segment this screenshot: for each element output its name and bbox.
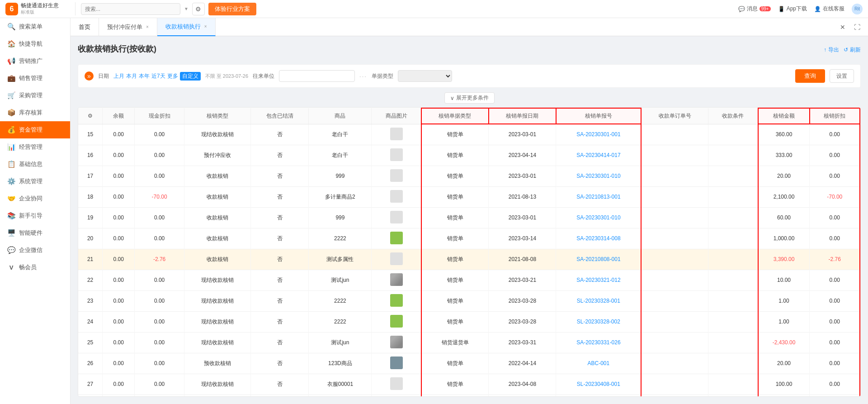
sidebar-item-guide[interactable]: 📚 新手引导 [0,207,70,224]
product-image-placeholder [390,128,403,140]
product-image-placeholder [390,252,403,265]
sidebar-label-operations: 经营管理 [19,143,42,151]
filter-bar: » 日期 上月 本月 本年 近7天 更多 自定义 不限 至 2023-07-26… [78,64,861,88]
table-row: 150.000.00现结收款核销否老白干销货单2023-03-01SA-2023… [78,124,860,145]
message-btn[interactable]: 💬 消息 99+ [738,5,771,13]
refresh-button[interactable]: ↺ 刷新 [844,46,861,54]
doc-type-select[interactable] [398,70,452,82]
table-row: 200.000.00收款核销否2222销货单2023-03-14SA-20230… [78,228,860,249]
quick-nav-icon: 🏠 [7,40,15,48]
page-content: 收款核销执行(按收款) ↑ 导出 ↺ 刷新 » 日期 上月 [71,36,868,404]
logo-text-area: 畅捷通道好生意 标准版 [21,2,59,16]
smart-hw-icon: 🖥️ [7,229,15,237]
date-this-month[interactable]: 本月 [126,72,137,80]
sidebar-item-operations[interactable]: 📊 经营管理 [0,138,70,156]
product-image-placeholder [390,273,403,286]
search-dropdown-icon[interactable]: ▼ [184,6,189,11]
sidebar-item-purchase[interactable]: 🛒 采购管理 [0,87,70,104]
service-icon: 👤 [814,6,821,12]
export-label: 导出 [828,46,839,54]
col-settings-header[interactable]: ⚙ [78,108,103,124]
sidebar-item-sales[interactable]: 💼 销售管理 [0,70,70,87]
product-image-placeholder [390,169,403,182]
table-row: 190.000.00收款核销否999销货单2023-03-01SA-202303… [78,207,860,228]
date-last-7days[interactable]: 近7天 [151,72,165,80]
online-service-btn[interactable]: 👤 在线客服 [814,5,844,13]
export-button[interactable]: ↑ 导出 [824,46,839,54]
sidebar-label-enterprise: 企业协同 [19,195,42,203]
query-button[interactable]: 查询 [795,69,825,83]
gear-icon-btn[interactable]: ⚙ [192,3,205,15]
sidebar-item-fund[interactable]: 💰 资金管理 [0,121,70,138]
col-balance-header: 余额 [103,108,135,124]
product-image-placeholder [390,211,403,223]
sidebar-item-quick-nav[interactable]: 🏠 快捷导航 [0,35,70,52]
tab-receipt-close[interactable]: × [204,24,207,29]
product-image-placeholder [390,148,403,161]
sidebar-item-wechat[interactable]: 💬 企业微信 [0,242,70,259]
app-icon: 📱 [778,6,785,12]
system-icon: ⚙️ [7,177,15,185]
tab-prepay-label: 预付冲应付单 [107,23,142,31]
app-download-btn[interactable]: 📱 App下载 [778,5,807,13]
col-doc-type-header: 核销单据类型 [421,108,489,124]
col-doc-date-header: 核销单报日期 [489,108,556,124]
sidebar-item-basic[interactable]: 📋 基础信息 [0,156,70,173]
top-search-input[interactable] [81,3,180,15]
sidebar-item-inventory[interactable]: 📦 库存核算 [0,104,70,121]
operations-icon: 📊 [7,143,15,151]
trading-partner-label: 往来单位 [253,72,274,80]
refresh-label: 刷新 [850,46,861,54]
product-image-placeholder [390,336,403,348]
user-avatar[interactable]: Rit [852,4,863,14]
sidebar-item-search-menu[interactable]: 🔍 搜索菜单 [0,18,70,35]
date-last-month[interactable]: 上月 [113,72,124,80]
industry-button[interactable]: 体验行业方案 [208,3,256,15]
table-row: 220.000.00现结收款核销否测试jun销货单2023-03-21SA-20… [78,270,860,290]
product-image-placeholder [390,294,403,307]
trading-partner-input[interactable] [279,70,355,82]
page-title: 收款核销执行(按收款) [78,43,156,54]
table-row: 280.000.00现结收款核销否2222销货单2023-04-18SL-202… [78,394,860,397]
tab-prepay-close[interactable]: × [146,24,149,29]
sidebar-item-member[interactable]: V 畅会员 [0,259,70,276]
top-bar: 6 畅捷通道好生意 标准版 ▼ ⚙ 体验行业方案 💬 消息 99+ 📱 App下… [0,0,868,18]
main-content: 首页 预付冲应付单 × 收款核销执行 × ✕ ⛶ 收款核销执行(按收款) ↑ [71,18,868,404]
date-this-year[interactable]: 本年 [139,72,150,80]
col-product-header: 商品 [309,108,372,124]
online-service-label: 在线客服 [823,5,844,13]
action-bar: ↑ 导出 ↺ 刷新 [824,46,861,54]
setting-button[interactable]: 设置 [830,69,854,83]
table-row: 250.000.00现结收款核销否测试jun销货退货单2023-03-31SA-… [78,332,860,353]
product-image-placeholder [390,356,403,369]
sidebar-item-marketing[interactable]: 📢 营销推广 [0,52,70,70]
filter-middle: 往来单位 ··· 单据类型 [253,70,791,82]
date-more[interactable]: 更多 [167,72,178,80]
date-filter-label: 日期 [98,72,109,80]
logo-area: 6 畅捷通道好生意 标准版 [5,2,75,16]
col-cash-discount-header: 现金折扣 [135,108,184,124]
tab-receipt-writeoff[interactable]: 收款核销执行 × [157,18,216,36]
tab-home-label: 首页 [79,23,90,31]
tab-prepay-conflict[interactable]: 预付冲应付单 × [99,18,157,36]
sidebar-label-quick-nav: 快捷导航 [19,40,42,48]
sidebar-item-enterprise[interactable]: 🤝 企业协同 [0,190,70,207]
date-range-display: 不限 至 2023-07-26 [205,73,248,80]
col-product-image-header: 商品图片 [372,108,421,124]
sidebar: 🔍 搜索菜单 🏠 快捷导航 📢 营销推广 💼 销售管理 🛒 采购管理 📦 库存核… [0,18,71,404]
filter-toggle-button[interactable]: » [85,71,94,81]
tab-home[interactable]: 首页 [71,18,99,36]
sidebar-label-guide: 新手引导 [19,212,42,220]
col-writeoff-amount-header: 核销金额 [758,108,810,124]
basic-icon: 📋 [7,160,15,168]
tab-maximize-btn[interactable]: ⛶ [852,22,863,33]
expand-more-area: ∨ 展开更多条件 [78,92,861,104]
col-doc-no-header: 核销单报号 [556,108,641,124]
sidebar-item-system[interactable]: ⚙️ 系统管理 [0,173,70,190]
sidebar-item-smart-hw[interactable]: 🖥️ 智能硬件 [0,224,70,242]
tab-close-all-btn[interactable]: ✕ [837,22,848,33]
expand-more-button[interactable]: ∨ 展开更多条件 [444,92,495,104]
top-right-area: 💬 消息 99+ 📱 App下载 👤 在线客服 Rit [738,4,863,14]
date-custom[interactable]: 自定义 [180,72,201,81]
sidebar-label-member: 畅会员 [19,263,37,271]
